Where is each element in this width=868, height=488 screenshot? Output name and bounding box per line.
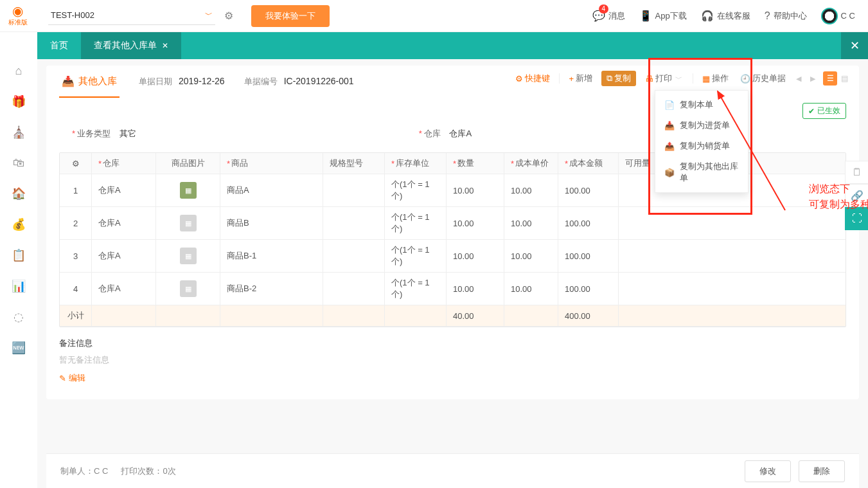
add-button[interactable]: +新增: [566, 71, 595, 86]
card-title: 📥 其他入库: [59, 66, 120, 98]
view-list-icon[interactable]: ☰: [823, 71, 837, 86]
print-button[interactable]: 🖶打印﹀: [642, 71, 686, 86]
rail-report-icon[interactable]: 📊: [12, 279, 26, 293]
nav-user[interactable]: C C: [821, 8, 855, 24]
row-amount: 100.00: [558, 240, 619, 272]
table-row[interactable]: 4仓库A▦商品B-2个(1个 = 1个)10.0010.00100.00: [60, 273, 846, 305]
grid-icon: ▦: [702, 74, 710, 84]
col-image: 商品图片: [156, 153, 220, 174]
copy-menu-this[interactable]: 📄复制本单: [655, 95, 748, 115]
view-toggle: ☰ ▤: [823, 71, 851, 86]
table-row[interactable]: 2仓库A▦商品B个(1个 = 1个)10.0010.00100.00: [60, 207, 846, 240]
row-index: 2: [60, 207, 92, 239]
shortcut-button[interactable]: ⚙快捷键: [513, 71, 553, 86]
remark-edit-button[interactable]: ✎编辑: [59, 372, 846, 384]
headset-icon: 🎧: [701, 10, 714, 22]
copy-button[interactable]: ⧉复制: [601, 71, 636, 86]
row-product: 商品B-1: [220, 240, 323, 272]
copy-menu-inbound[interactable]: 📥复制为进货单: [655, 115, 748, 136]
help-icon: ?: [765, 10, 770, 22]
gear-icon: ⚙: [72, 159, 80, 168]
rail-store-icon[interactable]: ⛪: [12, 125, 26, 140]
rail-bag-icon[interactable]: 🛍: [13, 156, 24, 170]
row-spec: [323, 174, 385, 206]
row-unit: 个(1个 = 1个): [385, 240, 447, 272]
col-amount: *成本金额: [558, 153, 619, 174]
gear-icon: ⚙: [515, 74, 523, 84]
tab-current-label: 查看其他入库单: [94, 40, 157, 51]
product-thumb-icon: ▦: [180, 280, 197, 297]
outbound-icon: 📦: [664, 168, 675, 177]
logo: ◉ 标准版: [0, 5, 35, 27]
product-thumb-icon: ▦: [180, 248, 197, 264]
rail-clipboard-icon[interactable]: 📋: [12, 248, 26, 262]
tab-home[interactable]: 首页: [37, 32, 81, 59]
footer-maker-value: C C: [94, 466, 108, 476]
row-price: 10.00: [504, 273, 558, 305]
nav-help-label: 帮助中心: [774, 10, 807, 22]
row-amount: 100.00: [558, 273, 619, 305]
nav-customer-service[interactable]: 🎧 在线客服: [701, 10, 750, 22]
nav-help[interactable]: ? 帮助中心: [765, 10, 807, 22]
tabs-row: 首页 查看其他入库单 ✕ ✕: [37, 32, 868, 59]
avatar-icon: [821, 8, 838, 24]
subtotal-qty: 40.00: [447, 305, 504, 326]
rail-note-icon[interactable]: 🗒: [845, 161, 868, 184]
row-avail: [619, 273, 846, 305]
plus-icon: +: [569, 74, 574, 84]
copy-menu-outbound[interactable]: 📦复制为其他出库单: [655, 156, 748, 188]
card: 📥 其他入库 单据日期 2019-12-26 单据编号 IC-20191226-…: [46, 66, 859, 399]
row-unit: 个(1个 = 1个): [385, 174, 447, 206]
subtotal-label: 小计: [60, 305, 92, 326]
annotation-text: 浏览态下 可复制为多种单据: [809, 181, 868, 212]
nav-app-download[interactable]: 📱 App下载: [639, 10, 687, 22]
copy-menu-sales[interactable]: 📤复制为销货单: [655, 136, 748, 156]
close-icon[interactable]: ✕: [162, 41, 168, 50]
inbound-icon: 📥: [664, 121, 675, 131]
prev-arrow[interactable]: ◀: [795, 75, 802, 83]
subtotal-amount: 400.00: [558, 305, 619, 326]
table-row[interactable]: 3仓库A▦商品B-1个(1个 = 1个)10.0010.00100.00: [60, 240, 846, 273]
message-badge: 4: [599, 5, 609, 14]
next-arrow[interactable]: ▶: [809, 75, 817, 83]
print-icon: 🖶: [645, 74, 653, 84]
row-index: 3: [60, 240, 92, 272]
rail-money-icon[interactable]: 💰: [12, 217, 26, 231]
row-price: 10.00: [504, 240, 558, 272]
edit-icon: ✎: [59, 374, 66, 383]
col-gear[interactable]: ⚙: [60, 153, 92, 174]
try-button[interactable]: 我要体验一下: [251, 5, 330, 27]
modify-button[interactable]: 修改: [745, 460, 791, 482]
rail-warehouse-icon[interactable]: 🏠: [12, 186, 26, 201]
tab-current[interactable]: 查看其他入库单 ✕: [81, 32, 181, 59]
bill-date-label: 单据日期: [139, 76, 172, 87]
chevron-down-icon: ﹀: [674, 74, 684, 84]
product-thumb-icon: ▦: [180, 182, 197, 199]
col-price: *成本单价: [504, 153, 558, 174]
toolbar: ⚙快捷键 +新增 ⧉复制 🖶打印﹀ ▦操作 🕘历史单据 ◀ ▶ ☰ ▤: [513, 71, 851, 86]
product-thumb-icon: ▦: [180, 215, 197, 231]
ops-button[interactable]: ▦操作: [700, 71, 731, 86]
check-icon: ✔: [808, 107, 815, 116]
chevron-down-icon: ﹀: [205, 10, 213, 21]
org-select[interactable]: TEST-H002 ﹀: [48, 7, 215, 25]
rail-new-icon[interactable]: 🆕: [12, 341, 26, 355]
top-links: 💬 消息 4 📱 App下载 🎧 在线客服 ? 帮助中心 C C: [592, 8, 855, 24]
row-image: ▦: [156, 174, 220, 206]
history-button[interactable]: 🕘历史单据: [738, 71, 788, 86]
gear-icon[interactable]: ⚙: [224, 10, 233, 22]
row-spec: [323, 240, 385, 272]
copy-menu: 📄复制本单 📥复制为进货单 📤复制为销货单 📦复制为其他出库单: [655, 90, 748, 193]
info-biz-type-value: 其它: [120, 129, 136, 138]
bill-no-label: 单据编号: [244, 76, 278, 87]
copy-icon: ⧉: [607, 73, 612, 84]
logo-edition: 标准版: [8, 18, 28, 27]
rail-home-icon[interactable]: ⌂: [15, 64, 22, 78]
nav-messages[interactable]: 💬 消息 4: [592, 10, 625, 22]
tabs-close-all[interactable]: ✕: [841, 32, 868, 59]
row-unit: 个(1个 = 1个): [385, 273, 447, 305]
rail-loading-icon[interactable]: ◌: [13, 310, 24, 324]
delete-button[interactable]: 删除: [799, 460, 845, 482]
view-grid-icon[interactable]: ▤: [837, 71, 851, 86]
rail-gift-icon[interactable]: 🎁: [12, 95, 26, 109]
